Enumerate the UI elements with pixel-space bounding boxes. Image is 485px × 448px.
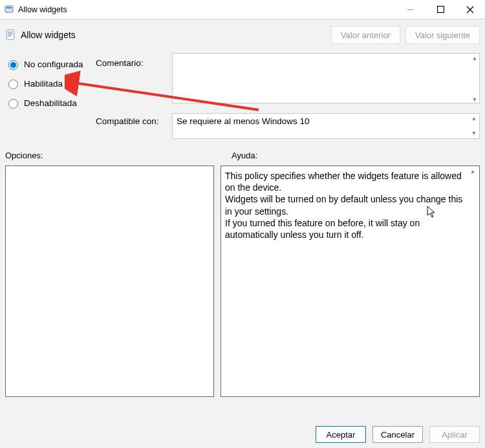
svg-rect-7 [8, 32, 13, 33]
supported-value: Se requiere al menos Windows 10 [177, 116, 310, 126]
scroll-up-icon[interactable]: ▲ [469, 169, 477, 175]
state-radio-group: No configurada Habilitada Deshabilitada [5, 53, 91, 139]
maximize-button[interactable] [426, 0, 455, 19]
help-label: Ayuda: [232, 151, 257, 160]
options-label: Opciones: [5, 151, 225, 160]
radio-disabled-input[interactable] [8, 99, 18, 109]
radio-disabled[interactable]: Deshabilitada [5, 93, 91, 112]
radio-enabled[interactable]: Habilitada [5, 74, 91, 93]
svg-rect-3 [437, 6, 444, 13]
radio-not-configured[interactable]: No configurada [5, 54, 91, 74]
svg-rect-1 [6, 7, 12, 8]
radio-not-configured-input[interactable] [8, 60, 18, 70]
radio-enabled-input[interactable] [8, 80, 18, 89]
comment-label: Comentario: [96, 53, 167, 72]
svg-rect-0 [5, 6, 13, 12]
policy-icon [5, 29, 17, 41]
ok-button[interactable]: Aceptar [316, 426, 366, 443]
app-icon [4, 5, 14, 15]
previous-setting-button[interactable]: Valor anterior [331, 26, 400, 44]
scroll-down-icon[interactable]: ▼ [471, 97, 479, 103]
scroll-up-icon[interactable]: ▲ [471, 56, 479, 61]
help-pane: This policy specifies whether the widget… [221, 165, 480, 397]
options-pane [5, 165, 214, 397]
radio-not-configured-label: No configurada [24, 59, 83, 69]
policy-title: Allow widgets [21, 30, 326, 40]
help-text: This policy specifies whether the widget… [225, 171, 465, 240]
supported-label: Compatible con: [96, 111, 167, 131]
next-setting-button[interactable]: Valor siguiente [405, 26, 480, 44]
svg-rect-9 [8, 36, 11, 37]
radio-enabled-label: Habilitada [24, 79, 63, 89]
policy-header: Allow widgets Valor anterior Valor sigui… [5, 19, 480, 50]
dialog-buttons: Aceptar Cancelar Aplicar [5, 417, 480, 443]
comment-textarea[interactable] [172, 53, 480, 103]
supported-box: Se requiere al menos Windows 10 ▲ ▼ [172, 113, 480, 139]
svg-rect-8 [8, 34, 13, 35]
apply-button[interactable]: Aplicar [429, 426, 480, 443]
scroll-down-icon[interactable]: ▼ [470, 131, 478, 136]
title-bar: Allow widgets [0, 0, 485, 19]
close-button[interactable] [455, 0, 485, 19]
window-title: Allow widgets [18, 5, 396, 14]
minimize-button[interactable] [396, 0, 426, 19]
scroll-up-icon[interactable]: ▲ [470, 116, 478, 122]
cancel-button[interactable]: Cancelar [372, 426, 423, 443]
radio-disabled-label: Deshabilitada [24, 98, 77, 108]
